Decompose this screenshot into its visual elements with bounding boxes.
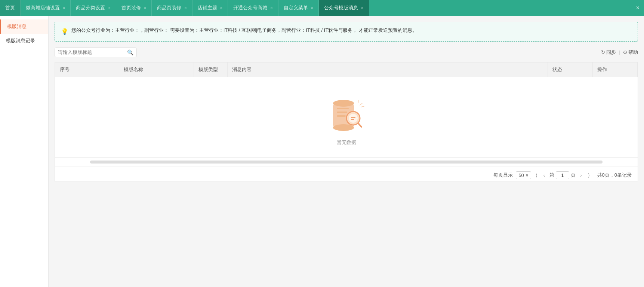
- search-box[interactable]: 🔍: [55, 48, 137, 57]
- nav-home-deco-label: 首页装修: [121, 4, 141, 11]
- nav-open-mall-label: 开通公众号商城: [233, 4, 267, 11]
- nav-template-msg-label: 公众号模版消息: [324, 4, 358, 11]
- notice-text: 您的公众号行业为：主营行业：，副营行业： 需要设置为：主营行业：IT科技 / 互…: [71, 27, 417, 34]
- help-button[interactable]: ⊙ 帮助: [623, 49, 638, 56]
- total-info: 共0页，0条记录: [597, 172, 632, 178]
- nav-custom-menu[interactable]: 自定义菜单 ×: [278, 0, 319, 16]
- per-page-chevron-icon: ∨: [526, 173, 529, 178]
- col-status: 状态: [548, 62, 593, 77]
- toolbar-row: 🔍 ↻ 同步 | ⊙ 帮助: [55, 48, 638, 57]
- nav-home-deco[interactable]: 首页装修 ×: [116, 0, 152, 16]
- nav-product-deco-label: 商品页装修: [157, 4, 181, 11]
- nav-custom-menu-label: 自定义菜单: [284, 4, 308, 11]
- nav-template-msg[interactable]: 公众号模版消息 ×: [319, 0, 369, 16]
- nav-custom-menu-close[interactable]: ×: [311, 6, 313, 10]
- content-area: 💡 您的公众号行业为：主营行业：，副营行业： 需要设置为：主营行业：IT科技 /…: [49, 16, 644, 287]
- svg-line-11: [358, 123, 361, 127]
- notice-prefix: 您的公众号行业为：主营行业：，副营行业：: [71, 27, 169, 33]
- nav-open-mall-close[interactable]: ×: [270, 6, 272, 10]
- nav-close-all-button[interactable]: ×: [632, 4, 644, 11]
- empty-state: 暂无数据: [55, 77, 638, 157]
- svg-point-8: [349, 114, 358, 123]
- notice-icon: 💡: [61, 27, 68, 37]
- page-number-input[interactable]: [556, 171, 569, 179]
- pagination-row: 每页显示 50 ∨ ⟨ ‹ 第 页 › ⟩ 共0页，0条记录: [55, 167, 638, 181]
- page-label-before: 第: [549, 172, 554, 178]
- svg-rect-6: [337, 115, 346, 117]
- nav-category[interactable]: 商品分类设置 ×: [71, 0, 116, 16]
- sync-button[interactable]: ↻ 同步: [601, 49, 616, 56]
- sidebar-item-template-msg-log-label: 模版消息记录: [6, 38, 35, 43]
- nav-home-label: 首页: [5, 4, 15, 11]
- col-index: 序号: [55, 62, 119, 77]
- table-header-row: 序号 模版名称 模版类型 消息内容 状态: [55, 62, 638, 77]
- main-layout: 模版消息 模版消息记录 💡 您的公众号行业为：主营行业：，副营行业： 需要设置为…: [0, 16, 644, 287]
- last-page-button[interactable]: ⟩: [586, 172, 591, 179]
- nav-open-mall[interactable]: 开通公众号商城 ×: [228, 0, 278, 16]
- nav-home-deco-close[interactable]: ×: [144, 6, 146, 10]
- data-table: 序号 模版名称 模版类型 消息内容 状态: [55, 62, 638, 157]
- sync-label: 同步: [606, 49, 616, 56]
- svg-rect-4: [337, 108, 349, 109]
- sync-icon: ↻: [601, 49, 605, 55]
- nav-home[interactable]: 首页: [0, 0, 21, 16]
- table-wrapper: 序号 模版名称 模版类型 消息内容 状态: [55, 62, 638, 182]
- nav-theme-label: 店铺主题: [198, 4, 217, 11]
- empty-row: 暂无数据: [55, 77, 638, 157]
- nav-theme[interactable]: 店铺主题 ×: [192, 0, 228, 16]
- nav-wsc-setup-label: 微商城店铺设置: [26, 4, 60, 11]
- nav-theme-close[interactable]: ×: [220, 6, 222, 10]
- per-page-select[interactable]: 50 ∨: [516, 171, 531, 179]
- col-type: 模版类型: [194, 62, 228, 77]
- page-label-after: 页: [571, 172, 576, 178]
- col-name: 模版名称: [119, 62, 194, 77]
- help-icon: ⊙: [623, 49, 627, 55]
- sidebar-item-template-msg[interactable]: 模版消息: [0, 19, 48, 34]
- first-page-button[interactable]: ⟨: [534, 172, 539, 179]
- search-input[interactable]: [58, 49, 127, 55]
- toolbar-right: ↻ 同步 | ⊙ 帮助: [601, 49, 638, 56]
- nav-wsc-setup[interactable]: 微商城店铺设置 ×: [21, 0, 71, 16]
- toolbar-divider: |: [619, 49, 620, 55]
- scrollbar-container[interactable]: [55, 157, 638, 167]
- sidebar: 模版消息 模版消息记录: [0, 16, 49, 287]
- empty-text: 暂无数据: [55, 139, 638, 146]
- svg-rect-5: [337, 112, 347, 113]
- nav-product-deco-close[interactable]: ×: [184, 6, 187, 10]
- nav-product-deco[interactable]: 商品页装修 ×: [152, 0, 192, 16]
- svg-rect-9: [351, 117, 355, 118]
- col-content: 消息内容: [228, 62, 548, 77]
- svg-rect-10: [351, 119, 354, 120]
- next-page-button[interactable]: ›: [579, 172, 583, 179]
- svg-line-12: [360, 103, 362, 105]
- prev-page-button[interactable]: ‹: [542, 172, 546, 179]
- notice-highlight: 需要设置为：主营行业：IT科技 / 互联网|电子商务，副营行业：IT科技 / I…: [170, 27, 358, 33]
- notice-box: 💡 您的公众号行业为：主营行业：，副营行业： 需要设置为：主营行业：IT科技 /…: [55, 22, 638, 42]
- top-nav-bar: 首页 微商城店铺设置 × 商品分类设置 × 首页装修 × 商品页装修 × 店铺主…: [0, 0, 644, 16]
- per-page-value: 50: [518, 172, 524, 178]
- nav-category-close[interactable]: ×: [108, 6, 110, 10]
- notice-suffix: 才能正常发送预置的消息。: [359, 27, 417, 33]
- col-action: 操作: [593, 62, 638, 77]
- nav-wsc-setup-close[interactable]: ×: [63, 6, 65, 10]
- empty-illustration: [324, 92, 369, 133]
- nav-template-msg-close[interactable]: ×: [361, 6, 363, 10]
- svg-line-13: [361, 106, 364, 107]
- table-body: 暂无数据: [55, 77, 638, 157]
- sidebar-item-template-msg-label: 模版消息: [7, 24, 27, 29]
- sidebar-item-template-msg-log[interactable]: 模版消息记录: [0, 34, 48, 48]
- help-label: 帮助: [628, 49, 638, 56]
- svg-point-2: [333, 100, 354, 107]
- svg-point-3: [333, 124, 354, 131]
- page-input-wrap: 第 页: [549, 171, 576, 179]
- fake-scrollbar[interactable]: [90, 161, 603, 164]
- per-page-label: 每页显示: [493, 172, 513, 178]
- search-icon[interactable]: 🔍: [127, 49, 133, 55]
- nav-category-label: 商品分类设置: [76, 4, 105, 11]
